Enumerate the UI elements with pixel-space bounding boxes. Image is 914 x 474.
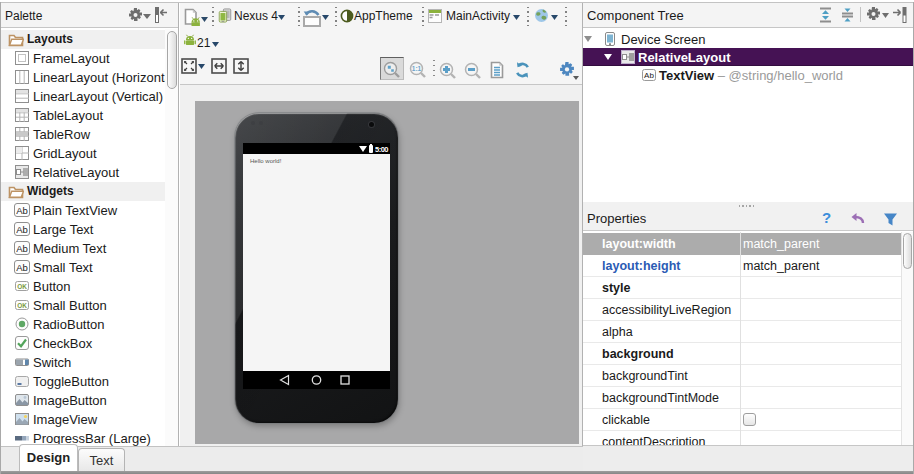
svg-text:Ab: Ab	[644, 71, 654, 80]
svg-text:1:1: 1:1	[412, 65, 422, 72]
